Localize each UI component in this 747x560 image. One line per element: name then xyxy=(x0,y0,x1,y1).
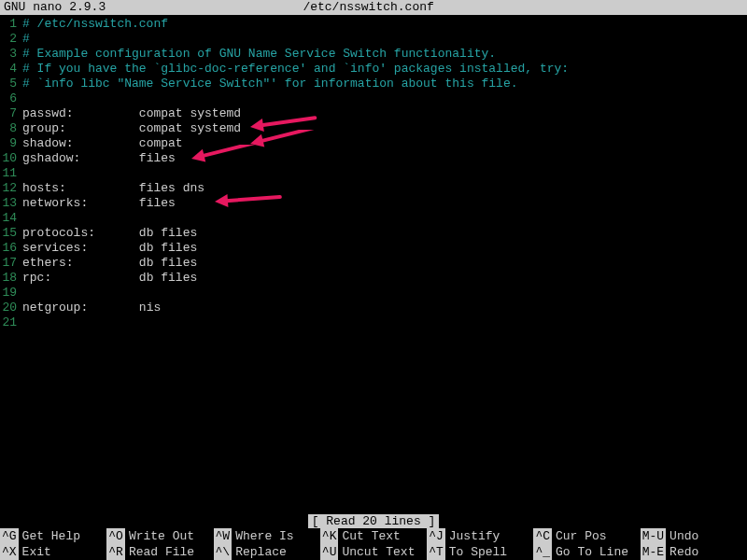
shortcut: M-UUndo xyxy=(641,528,747,544)
editor-line[interactable]: 12hosts: files dns xyxy=(0,181,747,196)
shortcut: ^OWrite Out xyxy=(106,528,213,544)
shortcut-label: Redo xyxy=(669,544,698,560)
line-content: group: compat systemd xyxy=(22,121,241,136)
line-number: 12 xyxy=(0,181,17,196)
shortcut: ^UUncut Text xyxy=(320,544,427,560)
svg-marker-7 xyxy=(215,194,228,208)
shortcut-label: Get Help xyxy=(22,528,80,544)
line-number: 5 xyxy=(0,77,17,91)
editor-line[interactable]: 11 xyxy=(0,166,747,181)
editor-line[interactable]: 9shadow: compat xyxy=(0,136,747,151)
editor-line[interactable]: 10gshadow: files xyxy=(0,151,747,166)
status-bar: [ Read 20 lines ] xyxy=(0,514,747,528)
line-content: shadow: compat xyxy=(22,136,183,151)
editor-line[interactable]: 7passwd: compat systemd xyxy=(0,106,747,121)
shortcut: ^\Replace xyxy=(214,544,320,560)
shortcut-label: To Spell xyxy=(449,544,507,560)
line-number: 3 xyxy=(0,47,17,62)
app-name: GNU nano 2.9.3 xyxy=(4,0,106,15)
shortcut-key: ^X xyxy=(0,544,19,560)
line-number: 13 xyxy=(0,196,17,211)
line-number: 20 xyxy=(0,301,17,315)
file-path: /etc/nsswitch.conf xyxy=(106,0,631,15)
editor-line[interactable]: 14 xyxy=(0,211,747,226)
line-content: # xyxy=(22,32,30,47)
svg-line-0 xyxy=(261,118,315,125)
shortcut-key: ^R xyxy=(106,544,125,560)
line-content: passwd: compat systemd xyxy=(22,106,241,121)
annotation-arrow-icon xyxy=(191,145,322,173)
shortcut-bar: ^GGet Help^OWrite Out^WWhere Is^KCut Tex… xyxy=(0,528,747,560)
line-number: 9 xyxy=(0,136,17,151)
editor-line[interactable]: 8group: compat systemd xyxy=(0,121,747,136)
editor-line[interactable]: 15protocols: db files xyxy=(0,226,747,241)
shortcut: ^TTo Spell xyxy=(427,544,533,560)
shortcut-key: ^C xyxy=(533,528,552,544)
shortcut-key: ^G xyxy=(0,528,19,544)
shortcut: ^_Go To Line xyxy=(533,544,640,560)
line-content: # /etc/nsswitch.conf xyxy=(22,17,168,32)
line-number: 11 xyxy=(0,166,17,181)
line-number: 4 xyxy=(0,62,17,77)
shortcut: ^RRead File xyxy=(106,544,213,560)
editor-line[interactable]: 5# `info libc "Name Service Switch"' for… xyxy=(0,77,747,91)
line-content: networks: files xyxy=(22,196,176,211)
annotation-arrow-icon xyxy=(215,188,289,216)
shortcut-label: Uncut Text xyxy=(342,544,415,560)
editor-line[interactable]: 4# If you have the `glibc-doc-reference'… xyxy=(0,62,747,77)
editor-area[interactable]: 1# /etc/nsswitch.conf2#3# Example config… xyxy=(0,15,747,330)
shortcut: ^GGet Help xyxy=(0,528,106,544)
shortcut-label: Where Is xyxy=(235,528,293,544)
shortcut-key: ^K xyxy=(320,528,339,544)
shortcut-key: ^T xyxy=(427,544,445,560)
shortcut-label: Justify xyxy=(449,528,500,544)
line-content: netgroup: nis xyxy=(22,301,161,315)
line-number: 16 xyxy=(0,241,17,256)
svg-marker-5 xyxy=(191,149,205,165)
line-content: # Example configuration of GNU Name Serv… xyxy=(22,47,496,62)
shortcut-label: Exit xyxy=(22,544,51,560)
line-number: 14 xyxy=(0,211,17,226)
shortcut-label: Cur Pos xyxy=(556,528,607,544)
shortcut-key: M-U xyxy=(641,528,666,544)
editor-line[interactable]: 17ethers: db files xyxy=(0,256,747,271)
shortcut: ^CCur Pos xyxy=(533,528,640,544)
shortcut-key: ^U xyxy=(320,544,339,560)
line-content: hosts: files dns xyxy=(22,181,204,196)
shortcut-key: ^_ xyxy=(533,544,552,560)
line-number: 19 xyxy=(0,286,17,301)
editor-line[interactable]: 19 xyxy=(0,286,747,301)
shortcut-label: Undo xyxy=(669,528,698,544)
shortcut-label: Replace xyxy=(235,544,287,560)
line-number: 18 xyxy=(0,271,17,286)
shortcut: ^XExit xyxy=(0,544,106,560)
shortcut-key: ^W xyxy=(214,528,233,544)
shortcut-label: Go To Line xyxy=(556,544,628,560)
shortcut-key: M-E xyxy=(641,544,666,560)
shortcut-key: ^\ xyxy=(214,544,233,560)
editor-line[interactable]: 18rpc: db files xyxy=(0,271,747,286)
line-content: # `info libc "Name Service Switch"' for … xyxy=(22,77,518,91)
editor-line[interactable]: 3# Example configuration of GNU Name Ser… xyxy=(0,47,747,62)
status-text: [ Read 20 lines ] xyxy=(308,514,440,528)
editor-line[interactable]: 20netgroup: nis xyxy=(0,301,747,315)
editor-line[interactable]: 1# /etc/nsswitch.conf xyxy=(0,17,747,32)
line-content: rpc: db files xyxy=(22,271,197,286)
shortcut: ^JJustify xyxy=(427,528,533,544)
shortcut: ^KCut Text xyxy=(320,528,427,544)
svg-line-6 xyxy=(226,197,280,201)
shortcut-key: ^O xyxy=(106,528,125,544)
line-number: 15 xyxy=(0,226,17,241)
shortcut-key: ^J xyxy=(427,528,445,544)
line-number: 17 xyxy=(0,256,17,271)
editor-line[interactable]: 6 xyxy=(0,91,747,106)
editor-line[interactable]: 13networks: files xyxy=(0,196,747,211)
editor-line[interactable]: 2# xyxy=(0,32,747,47)
line-number: 6 xyxy=(0,91,17,106)
line-number: 7 xyxy=(0,106,17,121)
line-content: # If you have the `glibc-doc-reference' … xyxy=(22,62,569,77)
editor-line[interactable]: 21 xyxy=(0,315,747,330)
editor-line[interactable]: 16services: db files xyxy=(0,241,747,256)
line-content: ethers: db files xyxy=(22,256,197,271)
line-number: 21 xyxy=(0,315,17,330)
